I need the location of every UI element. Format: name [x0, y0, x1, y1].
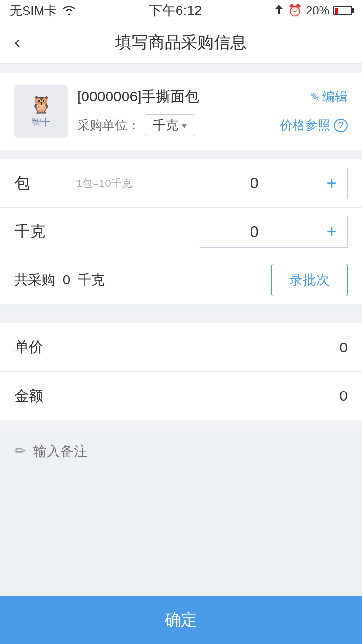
divider-2 — [0, 304, 362, 314]
product-name-row: [0000006]手撕面包 ✎ 编辑 — [77, 87, 348, 107]
amount-value: 0 — [339, 388, 348, 404]
bag-quantity-input[interactable] — [200, 168, 316, 199]
bag-plus-button[interactable]: + — [316, 168, 348, 199]
battery-icon — [333, 6, 352, 15]
input-section: 包 1包=10千克 + 千克 + — [0, 159, 362, 256]
summary-value: 0 — [63, 272, 70, 287]
help-icon: ? — [334, 119, 348, 132]
status-bar: 无SIM卡 下午6:12 ⏰ 20% — [0, 0, 362, 21]
edit-label: 编辑 — [322, 88, 348, 105]
edit-button[interactable]: ✎ 编辑 — [310, 88, 348, 105]
summary-row: 共采购 0 千克 录批次 — [0, 256, 362, 304]
product-thumbnail: 🦉 智十 — [14, 85, 68, 138]
bag-label: 包 — [14, 173, 72, 194]
location-icon — [274, 4, 284, 17]
unit-price-label: 单价 — [14, 337, 43, 357]
unit-select[interactable]: 千克 ▾ — [145, 114, 195, 136]
edit-icon: ✎ — [310, 90, 320, 104]
price-ref-label: 价格参照 — [280, 117, 330, 134]
carrier-label: 无SIM卡 — [10, 2, 57, 19]
price-section: 单价 0 金额 0 — [0, 323, 362, 420]
kg-quantity-input[interactable] — [200, 216, 316, 248]
bag-input-right: + — [200, 168, 348, 199]
kg-input-row: 千克 + — [0, 208, 362, 256]
status-left: 无SIM卡 — [10, 2, 76, 19]
kg-plus-button[interactable]: + — [316, 216, 348, 248]
nav-bar: ‹ 填写商品采购信息 — [0, 21, 362, 64]
confirm-button[interactable]: 确定 — [0, 596, 362, 644]
kg-input-right: + — [200, 216, 348, 248]
page: 无SIM卡 下午6:12 ⏰ 20% ‹ — [0, 0, 362, 644]
unit-price-row: 单价 0 — [0, 323, 362, 372]
product-name: [0000006]手撕面包 — [77, 87, 199, 107]
unit-value: 千克 — [153, 117, 178, 134]
summary-text: 共采购 0 千克 — [14, 271, 105, 289]
back-button[interactable]: ‹ — [14, 32, 20, 53]
product-logo-icon: 🦉 — [30, 95, 52, 115]
unit-section: 采购单位： 千克 ▾ — [77, 114, 195, 136]
summary-prefix: 共采购 — [14, 272, 55, 287]
unit-price-value: 0 — [339, 339, 348, 356]
record-batch-button[interactable]: 录批次 — [271, 264, 348, 296]
remark-section: ✏ — [0, 430, 362, 473]
wifi-icon — [62, 3, 76, 18]
unit-label: 采购单位： — [77, 117, 140, 134]
product-card: 🦉 智十 [0000006]手撕面包 ✎ 编辑 采购单位： 千克 ▾ — [0, 73, 362, 150]
summary-suffix: 千克 — [78, 272, 105, 287]
page-title: 填写商品采购信息 — [115, 31, 247, 54]
alarm-icon: ⏰ — [288, 4, 302, 17]
product-info: [0000006]手撕面包 ✎ 编辑 采购单位： 千克 ▾ 价格参照 — [77, 87, 348, 136]
bag-input-row: 包 1包=10千克 + — [0, 159, 362, 208]
divider-1 — [0, 150, 362, 159]
price-ref-button[interactable]: 价格参照 ? — [280, 117, 348, 134]
status-time: 下午6:12 — [149, 1, 202, 20]
amount-row: 金额 0 — [0, 372, 362, 420]
battery-percent: 20% — [306, 4, 329, 17]
pencil-icon: ✏ — [14, 443, 26, 459]
product-logo-text: 智十 — [31, 116, 51, 129]
product-unit-row: 采购单位： 千克 ▾ 价格参照 ? — [77, 114, 348, 136]
amount-label: 金额 — [14, 386, 43, 406]
remark-input[interactable] — [33, 444, 348, 459]
chevron-down-icon: ▾ — [182, 120, 187, 131]
bag-sub-label: 1包=10千克 — [76, 176, 132, 191]
kg-label: 千克 — [14, 221, 72, 242]
status-right: ⏰ 20% — [274, 4, 352, 17]
